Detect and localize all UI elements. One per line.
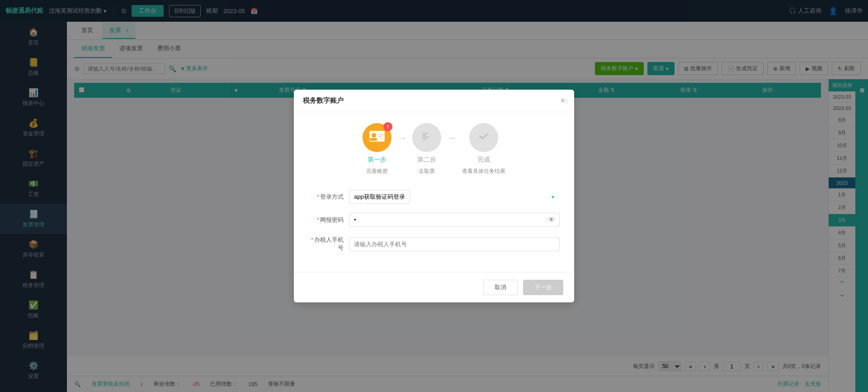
step-1-desc: 完善账密 [366, 167, 388, 175]
step-2-desc: 去取票 [419, 167, 435, 175]
form-row-taxpayer: 办税人手机号 [308, 236, 560, 252]
password-label: 网报密码 [308, 216, 349, 224]
svg-rect-9 [422, 139, 427, 139]
modal-header: 税务数字账户 × [294, 90, 574, 112]
step-1-error-badge: ! [383, 122, 392, 131]
step-3-check-icon [476, 129, 491, 147]
modal-footer: 取消 下一步 [294, 272, 574, 302]
svg-rect-4 [378, 136, 382, 137]
steps-indicator: ! 第一步 完善账密 → [308, 123, 560, 175]
step-3-label: 完成 [477, 156, 490, 164]
modal-body: ! 第一步 完善账密 → [294, 112, 574, 272]
password-input-wrap: 👁 [349, 213, 560, 227]
modal-title: 税务数字账户 [303, 96, 344, 105]
svg-rect-5 [420, 131, 433, 141]
step-2-label: 第二步 [417, 156, 436, 164]
svg-point-1 [372, 133, 376, 138]
step-1-person-icon [369, 129, 385, 147]
password-input[interactable] [349, 213, 560, 227]
step-1-icon-wrap: ! [363, 123, 392, 152]
modal-close-button[interactable]: × [560, 96, 565, 105]
next-step-button[interactable]: 下一步 [523, 280, 563, 295]
form-row-password: 网报密码 👁 [308, 213, 560, 227]
login-method-label: 登录方式 [308, 193, 349, 201]
login-method-select-wrap: app获取验证码登录 密码登录 短信验证码登录 [349, 190, 560, 204]
step-3-icon-wrap [469, 123, 498, 152]
tax-digital-account-modal: 税务数字账户 × [294, 90, 574, 302]
modal-overlay: 税务数字账户 × [0, 0, 868, 392]
svg-rect-3 [378, 134, 383, 135]
svg-rect-8 [422, 137, 429, 138]
step-2: 第二步 去取票 [412, 123, 441, 175]
form-row-login-method: 登录方式 app获取验证码登录 密码登录 短信验证码登录 [308, 190, 560, 204]
cancel-button[interactable]: 取消 [483, 280, 518, 295]
login-method-select[interactable]: app获取验证码登录 密码登录 短信验证码登录 [349, 190, 410, 204]
svg-rect-6 [422, 133, 428, 134]
step-arrow-2: → [441, 132, 462, 144]
taxpayer-label: 办税人手机号 [308, 236, 349, 252]
step-2-icon-wrap [412, 123, 441, 152]
step-3: 完成 查看具体任务结果 [462, 123, 505, 175]
svg-rect-7 [422, 135, 426, 136]
step-3-desc: 查看具体任务结果 [462, 167, 505, 175]
taxpayer-phone-input[interactable] [349, 237, 560, 251]
step-1-label: 第一步 [368, 156, 387, 164]
svg-rect-10 [477, 130, 490, 142]
step-1: ! 第一步 完善账密 [363, 123, 392, 175]
step-arrow-1: → [392, 132, 412, 144]
step-2-ticket-icon [420, 129, 434, 147]
svg-rect-2 [370, 138, 377, 141]
eye-icon[interactable]: 👁 [548, 216, 555, 224]
